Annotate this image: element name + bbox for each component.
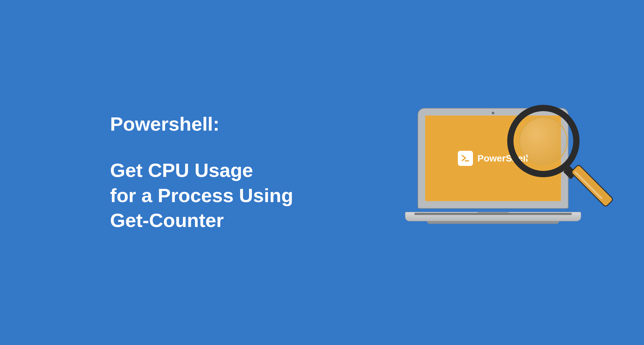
- heading-top: Powershell:: [110, 112, 380, 136]
- laptop-camera: [492, 112, 494, 114]
- banner-container: Powershell: Get CPU Usage for a Process …: [0, 0, 644, 345]
- headline-block: Powershell: Get CPU Usage for a Process …: [38, 112, 380, 233]
- heading-line-1: Get CPU Usage: [110, 158, 380, 183]
- heading-line-2: for a Process Using: [110, 183, 380, 208]
- magnifying-glass-icon: [507, 105, 602, 221]
- powershell-glyph-icon: [460, 153, 470, 163]
- magnifier-handle: [570, 164, 614, 208]
- powershell-icon: [458, 151, 473, 166]
- magnifier-lens-glass: [519, 117, 568, 165]
- laptop-foot: [427, 221, 559, 224]
- laptop-illustration: PowerShell: [380, 88, 606, 257]
- heading-main: Get CPU Usage for a Process Using Get-Co…: [110, 158, 380, 233]
- heading-line-3: Get-Counter: [110, 208, 380, 233]
